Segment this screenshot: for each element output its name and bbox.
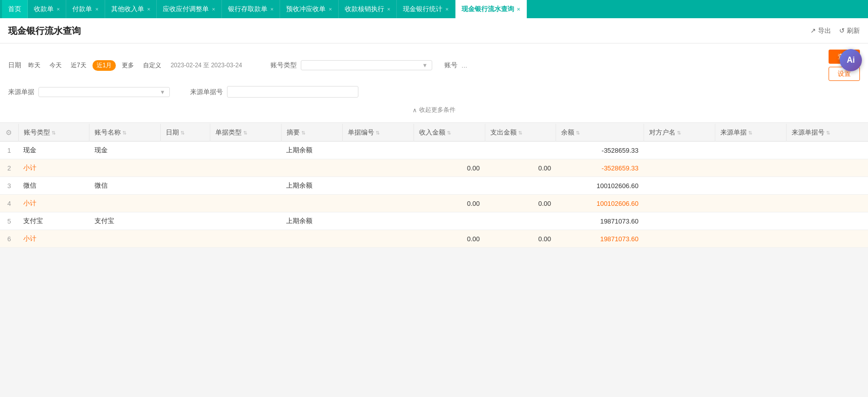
cell-summary: 上期余额 xyxy=(281,177,342,195)
table-row: 6小计0.000.0019871073.60 xyxy=(0,230,868,248)
cell-account-name: 微信 xyxy=(89,177,161,195)
col-header-gear: ⚙ xyxy=(0,124,18,142)
ai-label: Ai xyxy=(847,56,855,65)
date-shortcut-今天[interactable]: 今天 xyxy=(47,60,65,71)
cell-doc-type xyxy=(210,142,281,159)
cell-date xyxy=(161,195,210,212)
date-shortcut-近1月[interactable]: 近1月 xyxy=(93,60,116,71)
data-table: ⚙账号类型⇅账号名称⇅日期⇅单据类型⇅摘要⇅单据编号⇅收入金额⇅支出金额⇅余额⇅… xyxy=(0,124,868,248)
col-header-expense[interactable]: 支出金额⇅ xyxy=(485,124,556,142)
col-header-source_doc[interactable]: 来源单据⇅ xyxy=(715,124,786,142)
collapse-bar[interactable]: ∧ 收起更多条件 xyxy=(8,103,860,116)
cell-date xyxy=(161,177,210,195)
cell-account-type: 小计 xyxy=(18,195,89,212)
source-doc-select[interactable]: ▼ xyxy=(38,87,170,97)
cell-income: 0.00 xyxy=(414,195,485,212)
cell-account-name: 现金 xyxy=(89,142,161,159)
row-index: 6 xyxy=(0,230,18,248)
cell-account-name xyxy=(89,195,161,212)
cell-account-name xyxy=(89,230,161,248)
cell-doc-type xyxy=(210,177,281,195)
cell-summary xyxy=(281,230,342,248)
account-no-label: 账号 xyxy=(444,61,458,70)
nav-tab-应收应付调整单[interactable]: 应收应付调整单× xyxy=(157,0,221,18)
cell-doc-type xyxy=(210,195,281,212)
cell-source-doc xyxy=(715,212,786,230)
nav-tab-收款核销执行[interactable]: 收款核销执行× xyxy=(339,0,397,18)
col-header-account_name[interactable]: 账号名称⇅ xyxy=(89,124,161,142)
cell-source-doc-no xyxy=(786,142,868,159)
cell-doc-type xyxy=(210,212,281,230)
cell-income: 0.00 xyxy=(414,159,485,177)
account-no-dots[interactable]: ... xyxy=(462,61,468,69)
account-type-select[interactable]: ▼ xyxy=(301,60,432,70)
cell-source-doc-no xyxy=(786,177,868,195)
cell-counterpart xyxy=(644,159,715,177)
cell-expense xyxy=(485,177,556,195)
col-header-account_type[interactable]: 账号类型⇅ xyxy=(18,124,89,142)
cell-summary: 上期余额 xyxy=(281,212,342,230)
cell-source-doc xyxy=(715,142,786,159)
nav-tab-现金银行流水查询[interactable]: 现金银行流水查询× xyxy=(455,0,527,18)
collapse-icon: ∧ xyxy=(413,107,417,114)
col-header-date[interactable]: 日期⇅ xyxy=(161,124,210,142)
nav-tab-银行存取款单[interactable]: 银行存取款单× xyxy=(222,0,280,18)
nav-tab-其他收入单[interactable]: 其他收入单× xyxy=(105,0,157,18)
cell-expense: 0.00 xyxy=(485,159,556,177)
account-no-filter: 账号 ... xyxy=(444,61,468,70)
cell-balance: 100102606.60 xyxy=(556,195,644,212)
refresh-label: 刷新 xyxy=(847,26,860,35)
cell-counterpart xyxy=(644,212,715,230)
filter-row-2: 来源单据 ▼ 来源单据号 xyxy=(8,86,860,98)
col-header-summary[interactable]: 摘要⇅ xyxy=(281,124,342,142)
cell-doc-no xyxy=(342,212,414,230)
date-shortcut-更多[interactable]: 更多 xyxy=(119,60,137,71)
source-doc-no-input[interactable] xyxy=(227,86,358,98)
col-header-source_doc_no[interactable]: 来源单据号⇅ xyxy=(786,124,868,142)
col-header-income[interactable]: 收入金额⇅ xyxy=(414,124,485,142)
nav-tab-付款单[interactable]: 付款单× xyxy=(66,0,105,18)
date-shortcut-昨天[interactable]: 昨天 xyxy=(25,60,43,71)
nav-home[interactable]: 首页 xyxy=(2,0,28,18)
nav-tab-现金银行统计[interactable]: 现金银行统计× xyxy=(397,0,455,18)
col-header-counterpart[interactable]: 对方户名⇅ xyxy=(644,124,715,142)
row-index: 5 xyxy=(0,212,18,230)
table-row: 5支付宝支付宝上期余额19871073.60 xyxy=(0,212,868,230)
cell-income xyxy=(414,212,485,230)
date-shortcuts: 昨天今天近7天近1月更多自定义 xyxy=(25,60,164,71)
date-shortcut-近7天[interactable]: 近7天 xyxy=(68,60,89,71)
nav-home-label: 首页 xyxy=(8,5,21,14)
row-index: 2 xyxy=(0,159,18,177)
gear-icon[interactable]: ⚙ xyxy=(6,128,12,137)
cell-balance: 100102606.60 xyxy=(556,177,644,195)
cell-source-doc-no xyxy=(786,230,868,248)
cell-date xyxy=(161,230,210,248)
table-row: 3微信微信上期余额100102606.60 xyxy=(0,177,868,195)
cell-balance: -3528659.33 xyxy=(556,142,644,159)
cell-doc-type xyxy=(210,159,281,177)
top-nav: 首页 收款单×付款单×其他收入单×应收应付调整单×银行存取款单×预收冲应收单×收… xyxy=(0,0,868,18)
col-header-doc_type[interactable]: 单据类型⇅ xyxy=(210,124,281,142)
cell-summary xyxy=(281,159,342,177)
page-header: 现金银行流水查询 ↗ 导出 ↺ 刷新 xyxy=(0,18,868,43)
account-type-filter: 账号类型 ▼ xyxy=(270,60,432,70)
cell-counterpart xyxy=(644,230,715,248)
cell-date xyxy=(161,159,210,177)
col-header-balance[interactable]: 余额⇅ xyxy=(556,124,644,142)
ai-assistant-button[interactable]: Ai xyxy=(840,49,862,71)
date-shortcut-自定义[interactable]: 自定义 xyxy=(140,60,164,71)
cell-balance: 19871073.60 xyxy=(556,230,644,248)
refresh-button[interactable]: ↺ 刷新 xyxy=(839,26,860,35)
table-row: 2小计0.000.00-3528659.33 xyxy=(0,159,868,177)
cell-income xyxy=(414,177,485,195)
nav-tab-收款单[interactable]: 收款单× xyxy=(28,0,66,18)
col-header-doc_no[interactable]: 单据编号⇅ xyxy=(342,124,414,142)
date-filter: 日期 昨天今天近7天近1月更多自定义 2023-02-24 至 2023-03-… xyxy=(8,60,242,71)
cell-source-doc-no xyxy=(786,159,868,177)
nav-tab-预收冲应收单[interactable]: 预收冲应收单× xyxy=(280,0,338,18)
table-row: 4小计0.000.00100102606.60 xyxy=(0,195,868,212)
export-button[interactable]: ↗ 导出 xyxy=(810,26,831,35)
chevron-down-icon: ▼ xyxy=(422,62,428,68)
cell-doc-type xyxy=(210,230,281,248)
source-doc-no-filter: 来源单据号 xyxy=(190,86,358,98)
